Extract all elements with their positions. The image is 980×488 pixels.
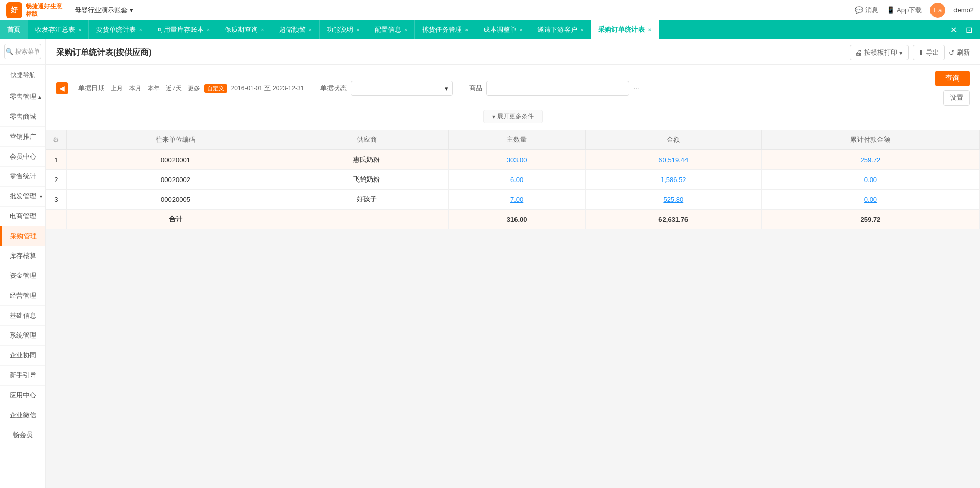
expand-more-label: 展开更多条件: [497, 112, 534, 121]
tab-expiry-query-close[interactable]: ×: [261, 27, 264, 33]
date-separator: 至: [264, 84, 271, 93]
sidebar-item-purchase[interactable]: 采购管理: [0, 226, 45, 246]
row-quantity[interactable]: 6.00: [448, 170, 585, 190]
sidebar-item-label: 采购管理: [10, 232, 37, 240]
user-avatar[interactable]: Ea: [930, 3, 945, 18]
nav-restore-btn[interactable]: ⊡: [962, 22, 976, 37]
tab-overstock-alert[interactable]: 超储预警 ×: [272, 20, 320, 39]
print-button[interactable]: 🖨 按模板打印 ▾: [850, 45, 909, 60]
export-button[interactable]: ⬇ 导出: [913, 45, 945, 60]
row-amount[interactable]: 60,519.44: [585, 150, 761, 170]
shortcut-this-month[interactable]: 本月: [127, 83, 143, 94]
sidebar-item-free-member[interactable]: 畅会员: [0, 425, 45, 445]
row-paid[interactable]: 259.72: [761, 150, 979, 170]
sidebar: 🔍 搜索菜单 快捷导航 零售管理 ▲ 零售商城 营销推广 会员中心 零售统计 批…: [0, 39, 46, 488]
sidebar-item-label: 批发管理: [10, 192, 36, 200]
sidebar-item-new-guide[interactable]: 新手引导: [0, 366, 45, 386]
table-footer-row: 合计 316.00 62,631.76 259.72: [46, 210, 980, 229]
sidebar-item-label: 零售统计: [10, 172, 36, 180]
shortcut-this-year[interactable]: 本年: [145, 83, 162, 94]
sidebar-item-member[interactable]: 会员中心: [0, 147, 45, 167]
settings-button[interactable]: 设置: [943, 90, 970, 106]
row-quantity[interactable]: 303.00: [448, 150, 585, 170]
tab-invite-downstream[interactable]: 邀请下游客户 ×: [530, 20, 591, 39]
date-from: 2016-01-01: [231, 85, 262, 92]
sidebar-item-marketing[interactable]: 营销推广: [0, 127, 45, 147]
shortcut-last-month[interactable]: 上月: [109, 83, 125, 94]
sidebar-item-retail-stats[interactable]: 零售统计: [0, 167, 45, 187]
sidebar-item-retail-mgmt[interactable]: 零售管理 ▲: [0, 87, 45, 107]
sidebar-item-ecommerce[interactable]: 电商管理: [0, 207, 45, 226]
tab-home-label: 首页: [7, 25, 20, 34]
tab-cost-adjust-close[interactable]: ×: [520, 27, 523, 33]
nav-close-btn[interactable]: ✕: [946, 22, 961, 37]
search-menu-btn[interactable]: 🔍 搜索菜单: [4, 44, 41, 59]
tab-home[interactable]: 首页: [0, 20, 28, 39]
date-custom-badge[interactable]: 自定义: [204, 84, 227, 93]
tab-function-desc-close[interactable]: ×: [356, 27, 359, 33]
sidebar-item-enterprise[interactable]: 企业协同: [0, 346, 45, 366]
data-table: ⚙ 往来单位编码 供应商 主数量 金额 累计付款金额 1 00020001 惠氏…: [46, 130, 980, 229]
logo-text: 畅捷通好生意 标版: [26, 3, 62, 17]
tab-function-desc[interactable]: 功能说明 ×: [320, 20, 367, 39]
tab-collect-send[interactable]: 收发存汇总表 ×: [28, 20, 89, 39]
sidebar-item-label: 企业微信: [10, 411, 36, 419]
page-actions: 🖨 按模板打印 ▾ ⬇ 导出 ↺ 刷新: [850, 45, 970, 60]
row-code: 00020002: [66, 170, 285, 190]
status-select[interactable]: ▾: [351, 81, 453, 96]
sidebar-item-app-center[interactable]: 应用中心: [0, 386, 45, 405]
sidebar-item-fund[interactable]: 资金管理: [0, 266, 45, 286]
workspace-name: 母婴行业演示账套: [75, 6, 128, 15]
row-amount[interactable]: 525.80: [585, 190, 761, 210]
filter-collapse-btn[interactable]: ◀: [56, 82, 68, 94]
row-paid[interactable]: 0.00: [761, 170, 979, 190]
column-settings-icon[interactable]: ⚙: [53, 136, 59, 144]
tab-cost-adjust[interactable]: 成本调整单 ×: [476, 20, 530, 39]
tab-expiry-query[interactable]: 保质期查询 ×: [217, 20, 272, 39]
tab-pick-task[interactable]: 拣货任务管理 ×: [415, 20, 476, 39]
goods-input[interactable]: [486, 81, 629, 96]
message-btn[interactable]: 💬 消息: [855, 6, 878, 15]
sidebar-item-label: 基础信息: [10, 312, 36, 319]
tab-goods-stats[interactable]: 要货单统计表 ×: [89, 20, 150, 39]
tab-pick-task-close[interactable]: ×: [465, 27, 468, 33]
top-bar: 好 畅捷通好生意 标版 母婴行业演示账套 ▾ 💬 消息 📱 App下载 Ea d…: [0, 0, 980, 20]
app-download-btn[interactable]: 📱 App下载: [887, 6, 922, 15]
tab-purchase-stats[interactable]: 采购订单统计表 ×: [591, 20, 658, 39]
shortcut-7days[interactable]: 近7天: [164, 83, 184, 94]
col-settings: ⚙: [46, 130, 66, 150]
sidebar-item-ops[interactable]: 经营管理: [0, 286, 45, 306]
tab-invite-downstream-close[interactable]: ×: [580, 27, 583, 33]
refresh-button[interactable]: ↺ 刷新: [949, 48, 970, 57]
nav-tabs-bar: 首页 收发存汇总表 × 要货单统计表 × 可用量库存账本 × 保质期查询 × 超…: [0, 20, 980, 39]
table-row: 3 00020005 好孩子 7.00 525.80 0.00: [46, 190, 980, 210]
sidebar-item-wholesale[interactable]: 批发管理 ▾: [0, 187, 45, 207]
sidebar-item-stock-check[interactable]: 库存核算: [0, 246, 45, 266]
row-paid[interactable]: 0.00: [761, 190, 979, 210]
tab-overstock-alert-close[interactable]: ×: [309, 27, 312, 33]
row-num: 2: [46, 170, 66, 190]
workspace-selector[interactable]: 母婴行业演示账套 ▾: [75, 6, 133, 15]
goods-more-icon[interactable]: ···: [633, 84, 640, 92]
date-shortcuts: 上月 本月 本年 近7天 更多 自定义: [109, 83, 227, 94]
sidebar-item-retail-mall[interactable]: 零售商城: [0, 107, 45, 127]
tab-goods-stats-close[interactable]: ×: [139, 27, 142, 33]
username: demo2: [953, 6, 974, 14]
tab-purchase-stats-close[interactable]: ×: [648, 27, 651, 33]
tab-function-desc-label: 功能说明: [327, 25, 353, 34]
sidebar-item-basic-info[interactable]: 基础信息: [0, 306, 45, 326]
tab-config-info-close[interactable]: ×: [404, 27, 407, 33]
tab-available-stock[interactable]: 可用量库存账本 ×: [150, 20, 217, 39]
shortcut-more[interactable]: 更多: [186, 83, 202, 94]
row-amount[interactable]: 1,586.52: [585, 170, 761, 190]
refresh-icon: ↺: [949, 49, 954, 57]
row-quantity[interactable]: 7.00: [448, 190, 585, 210]
tab-config-info[interactable]: 配置信息 ×: [368, 20, 415, 39]
tab-collect-send-close[interactable]: ×: [78, 27, 81, 33]
date-label: 单据日期: [78, 84, 105, 93]
query-button[interactable]: 查询: [935, 71, 970, 86]
tab-available-stock-close[interactable]: ×: [207, 27, 210, 33]
sidebar-item-enterprise-wechat[interactable]: 企业微信: [0, 405, 45, 425]
sidebar-item-system[interactable]: 系统管理: [0, 326, 45, 346]
expand-more-btn[interactable]: ▾ 展开更多条件: [483, 110, 543, 123]
